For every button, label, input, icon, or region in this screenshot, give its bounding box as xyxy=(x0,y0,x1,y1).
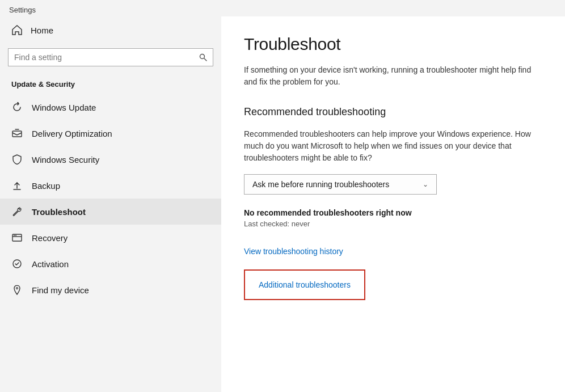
svg-point-0 xyxy=(200,54,205,59)
no-troubleshooters-text: No recommended troubleshooters right now xyxy=(244,208,542,217)
home-icon xyxy=(11,24,23,36)
app-title: Settings xyxy=(9,6,36,14)
sidebar: Home Update & Security xyxy=(0,16,221,392)
chevron-down-icon: ⌄ xyxy=(423,180,428,188)
additional-troubleshooters-link[interactable]: Additional troubleshooters xyxy=(259,280,351,289)
svg-point-11 xyxy=(16,288,18,289)
svg-line-1 xyxy=(204,58,206,61)
backup-icon xyxy=(11,180,23,191)
find-my-device-label: Find my device xyxy=(32,285,89,295)
search-container xyxy=(0,44,221,75)
rec-description: Recommended troubleshooters can help imp… xyxy=(244,128,539,164)
page-title: Troubleshoot xyxy=(244,35,542,54)
activation-label: Activation xyxy=(32,259,69,269)
sidebar-item-recovery[interactable]: Recovery xyxy=(0,225,221,251)
sidebar-section-title: Update & Security xyxy=(0,75,221,94)
search-box xyxy=(8,48,213,66)
sidebar-item-find-my-device[interactable]: Find my device xyxy=(0,277,221,303)
svg-point-8 xyxy=(14,235,15,236)
svg-rect-2 xyxy=(12,131,22,137)
location-icon xyxy=(11,284,23,296)
search-icon xyxy=(199,53,207,61)
backup-label: Backup xyxy=(32,181,60,191)
wrench-icon xyxy=(11,206,23,217)
shield-icon xyxy=(11,154,23,165)
troubleshooter-preference-dropdown[interactable]: Ask me before running troubleshooters ⌄ xyxy=(244,174,542,195)
activation-icon xyxy=(11,258,23,269)
windows-update-label: Windows Update xyxy=(32,103,96,112)
additional-troubleshooters-box[interactable]: Additional troubleshooters xyxy=(244,269,365,300)
home-label: Home xyxy=(31,26,53,35)
sidebar-item-troubleshoot[interactable]: Troubleshoot xyxy=(0,199,221,225)
dropdown-select[interactable]: Ask me before running troubleshooters ⌄ xyxy=(244,174,437,195)
sidebar-item-activation[interactable]: Activation xyxy=(0,251,221,277)
sidebar-item-windows-security[interactable]: Windows Security xyxy=(0,146,221,172)
windows-security-label: Windows Security xyxy=(32,155,99,165)
sidebar-home-button[interactable]: Home xyxy=(0,16,221,44)
refresh-icon xyxy=(11,102,23,113)
sidebar-item-backup[interactable]: Backup xyxy=(0,172,221,199)
last-checked-text: Last checked: never xyxy=(244,220,542,228)
recovery-icon xyxy=(11,232,23,243)
content-area: Troubleshoot If something on your device… xyxy=(221,16,565,392)
dropdown-value: Ask me before running troubleshooters xyxy=(252,180,389,189)
recovery-label: Recovery xyxy=(32,233,68,243)
delivery-optimization-label: Delivery Optimization xyxy=(32,129,112,138)
page-description: If something on your device isn't workin… xyxy=(244,64,539,88)
rec-troubleshooting-heading: Recommended troubleshooting xyxy=(244,106,542,118)
sidebar-item-delivery-optimization[interactable]: Delivery Optimization xyxy=(0,120,221,146)
delivery-icon xyxy=(11,128,23,139)
search-input[interactable] xyxy=(14,53,195,62)
troubleshoot-label: Troubleshoot xyxy=(32,207,86,217)
svg-point-9 xyxy=(15,235,16,236)
main-layout: Home Update & Security xyxy=(0,16,565,392)
title-bar: Settings xyxy=(0,0,565,16)
view-history-link[interactable]: View troubleshooting history xyxy=(244,247,343,256)
sidebar-item-windows-update[interactable]: Windows Update xyxy=(0,94,221,120)
